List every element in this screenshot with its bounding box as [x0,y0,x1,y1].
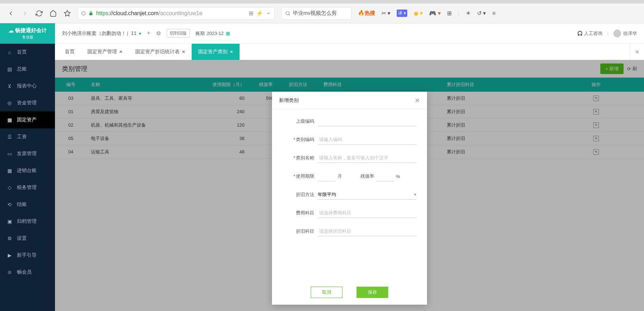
tabs-close-all[interactable]: ✕ [630,44,644,60]
undo-icon[interactable]: ↺ ▾ [477,10,486,17]
old-version-button[interactable]: 切到旧版 [167,29,190,38]
back-button[interactable] [7,10,15,17]
sidebar-item-archive[interactable]: ▣归档管理 [0,213,55,230]
sidebar-item-salary[interactable]: ☰工资 [0,128,55,145]
invoice-icon: ▭ [6,151,13,157]
sidebar-item-reports[interactable]: ⊻报表中心 [0,78,55,94]
chevron-down-icon: ▾ [139,31,141,36]
gear-icon: ⚙ [6,235,13,242]
avatar-icon [613,30,621,37]
modal-title: 新增类别 [279,97,299,104]
account-name: 刘小艳演示账套（勿删勿动！）11 [62,30,137,37]
bookmark-button[interactable] [63,10,71,17]
add-account-button[interactable]: + [147,30,151,37]
select-method[interactable]: 年限平均 ▾ [318,190,416,200]
tax-icon: ◇ [6,184,13,191]
forward-button[interactable] [21,10,29,17]
period-selector[interactable]: 账期 2023-12 ▦ [196,30,230,37]
theme-icon[interactable]: ☀ [466,10,471,17]
sidebar-item-label: 报表中心 [17,83,37,89]
app-topbar: 刘小艳演示账套（勿删勿动！）11 ▾ + ⚙ 切到旧版 账期 2023-12 ▦… [55,23,644,44]
svg-point-0 [286,11,289,14]
sidebar-item-tax[interactable]: ◇税务管理 [0,179,55,196]
tab-asset-category[interactable]: 固定资产类别✕ [192,44,240,60]
sidebar-item-label: 结账 [17,201,27,208]
chevron-down-icon: ▾ [414,192,416,197]
period-value: 2023-12 [207,31,224,36]
account-selector[interactable]: 刘小艳演示账套（勿删勿动！）11 ▾ [62,30,141,37]
translate-icon[interactable]: 译 ▾ [397,10,407,17]
site-identity-icon [81,11,86,16]
sidebar-item-label: 发票管理 [17,151,37,157]
sidebar-item-member[interactable]: ♔畅会员 [0,264,55,281]
sidebar-item-ledger[interactable]: ▤总账 [0,61,55,78]
search-placeholder: 毕业mv视频怎么剪 [293,10,337,17]
sidebar-item-label: 首页 [17,49,27,55]
tabs-bar: 首页 固定资产管理✕ 固定资产折旧统计表✕ 固定资产类别✕ ✕ [55,44,644,60]
logo-sub: 专业版 [22,35,33,40]
browser-search[interactable]: 毕业mv视频怎么剪 [281,7,352,20]
input-depacct[interactable] [318,226,416,236]
flash-icon[interactable]: ⚡ [256,10,263,17]
input-parent-code[interactable] [318,116,416,126]
tab-label: 固定资产类别 [198,49,228,55]
sidebar-item-funds[interactable]: ◎资金管理 [0,94,55,111]
sidebar-item-label: 进销台账 [17,167,37,174]
member-icon: ♔ [6,269,13,275]
input-expense[interactable] [318,208,416,218]
user-menu[interactable]: 徐泽华 [613,30,637,37]
input-period[interactable] [318,171,335,181]
sidebar-item-label: 工资 [17,134,27,140]
add-category-modal: 新增类别 ✕ 上级编码 *类别编码 *类别名称 [272,92,427,305]
close-icon[interactable]: ✕ [182,49,185,54]
label-parent-code: 上级编码 [283,118,318,124]
cancel-button[interactable]: 取消 [311,287,342,298]
hot-search-badge[interactable]: 🔥热搜 [358,10,375,17]
input-code[interactable] [318,135,416,145]
label-depacct: 折旧科目 [283,228,318,234]
funds-icon: ◎ [6,100,13,106]
close-icon[interactable]: ✕ [119,49,123,54]
label-period: *使用期限 [283,173,318,179]
sidebar-item-invoice[interactable]: ▭发票管理 [0,145,55,162]
unit-percent: % [394,174,402,179]
sidebar-item-stock[interactable]: ▦进销台账 [0,162,55,179]
sidebar-item-label: 设置 [17,235,27,242]
wallet-icon[interactable]: ◉ ▾ [414,10,423,17]
apps-icon[interactable]: ⊞ [447,10,452,17]
assets-icon: ▦ [6,117,13,123]
sidebar: ☁畅捷通好会计 专业版 ⌂首页 ▤总账 ⊻报表中心 ◎资金管理 ▦固定资产 ☰工… [0,23,55,311]
save-button[interactable]: 保存 [357,287,388,298]
scissors-icon[interactable]: ✂ ▾ [382,10,390,17]
home-button[interactable] [49,10,57,17]
settings-account-button[interactable]: ⚙ [156,30,161,37]
label-method: 折旧方法 [283,191,318,198]
menu-icon[interactable]: ≡ [492,10,495,17]
url-bar[interactable]: https://cloud.chanjet.com/accounting/uw1… [78,7,275,20]
input-rate[interactable] [376,171,394,181]
input-name[interactable] [318,153,416,163]
ledger-icon: ▤ [6,66,13,72]
qr-icon[interactable]: ⊞ [249,10,253,17]
tab-home[interactable]: 首页 [58,44,81,60]
sidebar-item-fixed-assets[interactable]: ▦固定资产 [0,111,55,128]
sidebar-item-settings[interactable]: ⚙设置 [0,230,55,247]
game-icon[interactable]: 🎮 ▾ [429,10,440,17]
url-text: https://cloud.chanjet.com/accounting/uw1… [96,10,246,17]
dropdown-icon[interactable] [266,11,271,16]
sidebar-item-label: 总账 [17,66,27,72]
consult-button[interactable]: 🎧人工咨询 [577,30,602,37]
sidebar-item-label: 税务管理 [17,184,37,191]
sidebar-item-home[interactable]: ⌂首页 [0,44,55,61]
close-icon[interactable]: ✕ [230,49,233,54]
sidebar-item-guide[interactable]: ▶新手引导 [0,247,55,264]
select-value: 年限平均 [318,191,336,198]
reload-button[interactable] [35,10,43,17]
sidebar-item-closing[interactable]: ⟲结账 [0,196,55,213]
tab-fixed-asset-mgmt[interactable]: 固定资产管理✕ [81,44,129,60]
sidebar-item-label: 固定资产 [17,117,37,123]
modal-close-button[interactable]: ✕ [415,97,420,104]
sidebar-item-label: 新手引导 [17,252,37,258]
tab-depreciation-report[interactable]: 固定资产折旧统计表✕ [129,44,192,60]
salary-icon: ☰ [6,134,13,140]
